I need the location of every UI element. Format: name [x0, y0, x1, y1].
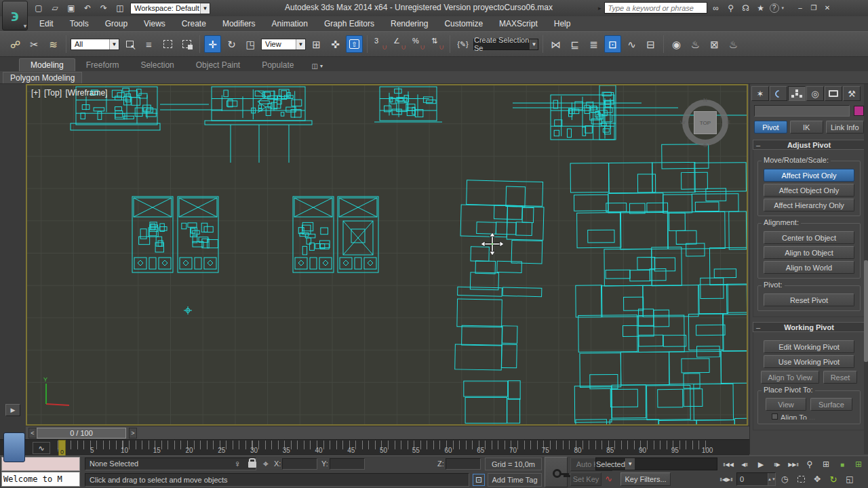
render-production-button[interactable]: ♨ [725, 35, 742, 53]
orbit-button[interactable]: ↻ [826, 472, 841, 486]
goto-start-button[interactable]: ‖◀◀ [721, 458, 736, 471]
menu-item[interactable]: Tools [62, 18, 97, 30]
next-frame-button[interactable]: ‖▶ [770, 458, 785, 471]
ik-mode-button[interactable]: IK [790, 121, 823, 134]
manage-layers-button[interactable]: ≣ [585, 35, 602, 53]
zoom-all-icon[interactable]: ⊞ [818, 458, 833, 471]
maximize-viewport-toggle[interactable]: ◱ [842, 472, 857, 486]
reference-coordinate-combo[interactable]: View ▼ [261, 39, 306, 50]
track-bar[interactable]: ∿ 05101520253035404550556065707580859095… [0, 439, 749, 455]
align-to-view-checkbox-row[interactable]: Align To ... [772, 413, 856, 420]
x-coordinate-field[interactable] [282, 458, 317, 470]
z-coordinate-field[interactable] [446, 458, 481, 470]
affect-hierarchy-only-button[interactable]: Affect Hierarchy Only [764, 199, 854, 211]
affect-pivot-only-button[interactable]: Affect Pivot Only [764, 169, 854, 182]
window-crossing-toggle[interactable] [178, 35, 195, 53]
redo-icon[interactable]: ↷ [98, 3, 110, 14]
link-info-mode-button[interactable]: Link Info [826, 121, 865, 134]
place-pivot-view-button[interactable]: View [766, 398, 806, 411]
menu-item[interactable]: Graph Editors [316, 18, 382, 30]
minimize-button[interactable]: – [795, 3, 806, 13]
communication-center-icon[interactable]: ☊ [740, 3, 752, 14]
select-and-link-button[interactable]: ☍ [7, 35, 24, 53]
sign-in-icon[interactable]: ⚲ [725, 3, 737, 14]
align-to-object-button[interactable]: Align to Object [764, 246, 854, 259]
select-object-button[interactable] [121, 35, 138, 53]
percent-snap-toggle[interactable]: %∩ [410, 35, 427, 53]
place-pivot-surface-button[interactable]: Surface [810, 398, 852, 411]
tab-hierarchy[interactable] [788, 86, 806, 101]
new-file-icon[interactable]: ▢ [33, 3, 45, 14]
schematic-view-button[interactable]: ⊟ [642, 35, 659, 53]
menu-item[interactable]: Rendering [382, 18, 436, 30]
favorites-icon[interactable]: ★ [755, 3, 767, 14]
absolute-offset-mode-icon[interactable]: ⌖ [263, 459, 269, 468]
viewcube[interactable]: N S W E TOP [681, 98, 730, 147]
mini-curve-editor-button[interactable]: ∿ [33, 442, 50, 454]
edit-named-selection-sets-button[interactable]: {✎} [454, 35, 471, 53]
align-to-world-button[interactable]: Align to World [764, 261, 854, 274]
key-mode-toggle[interactable]: ‖◀▶‖ [717, 472, 735, 486]
restore-button[interactable]: ❐ [808, 3, 819, 13]
current-frame-field[interactable]: 0▲▼ [736, 472, 776, 486]
mirror-button[interactable]: ⋈ [547, 35, 564, 53]
align-to-view-button[interactable]: Align To View [761, 371, 819, 384]
ribbon-tab-modeling[interactable]: Modeling [19, 58, 75, 71]
next-frame-arrow[interactable]: > [129, 428, 137, 439]
tab-modify[interactable] [770, 86, 787, 101]
rectangular-selection-region-button[interactable] [159, 35, 176, 53]
menu-item[interactable]: Help [546, 18, 579, 30]
zoom-region-button[interactable] [793, 472, 808, 486]
tab-display[interactable] [825, 86, 842, 101]
ribbon-toggle-button[interactable]: ⊡ [604, 35, 621, 53]
viewport-menu-shading[interactable]: [Wireframe] [65, 88, 107, 98]
adjust-pivot-rollout-header[interactable]: – Adjust Pivot [753, 140, 865, 150]
maxscript-mini-listener[interactable]: Welcome to M [1, 472, 80, 487]
left-panel-arrow-button[interactable]: ▶ [5, 404, 20, 416]
pivot-mode-button[interactable]: Pivot [754, 121, 787, 134]
ribbon-tab-selection[interactable]: Selection [130, 59, 184, 71]
goto-end-button[interactable]: ▶▶‖ [786, 458, 801, 471]
app-menu-button[interactable]: ϶▾ [2, 1, 28, 30]
key-filters-button[interactable]: Key Filters... [620, 472, 671, 486]
play-button[interactable]: ▶ [753, 458, 768, 471]
object-name-field[interactable] [754, 105, 850, 117]
time-slider-handle[interactable]: 0 / 100 [37, 428, 126, 439]
angle-snap-toggle[interactable]: ∠∩ [391, 35, 408, 53]
reset-working-pivot-button[interactable]: Reset [823, 371, 857, 384]
center-to-object-button[interactable]: Center to Object [764, 231, 854, 244]
tab-utilities[interactable]: ⚒ [843, 86, 861, 101]
y-coordinate-field[interactable] [330, 458, 365, 470]
spinner-icon[interactable]: ▲▼ [768, 473, 775, 485]
menu-item[interactable]: MAXScript [491, 18, 546, 30]
spinner-snap-toggle[interactable]: ⇅∩ [429, 35, 446, 53]
ribbon-tab-object-paint[interactable]: Object Paint [185, 59, 251, 71]
bind-to-space-warp-button[interactable]: ≋ [45, 35, 62, 53]
tab-motion[interactable]: ◎ [806, 86, 824, 101]
close-button[interactable]: ✕ [822, 3, 833, 13]
select-and-rotate-button[interactable]: ↻ [223, 35, 240, 53]
viewport-menu-general[interactable]: [+] [31, 88, 41, 98]
set-keys-button[interactable] [545, 457, 568, 487]
search-icon[interactable]: ∞ [710, 3, 722, 14]
viewcube-top-face[interactable]: TOP [694, 111, 717, 134]
search-input[interactable] [604, 2, 707, 14]
selection-filter-combo[interactable]: All ▼ [71, 39, 119, 50]
menu-item[interactable]: Customize [436, 18, 491, 30]
reset-pivot-button[interactable]: Reset Pivot [764, 293, 854, 306]
use-working-pivot-button[interactable]: Use Working Pivot [764, 355, 854, 368]
save-file-icon[interactable]: ▣ [65, 3, 77, 14]
time-configuration-button[interactable]: ◷ [777, 472, 792, 486]
viewport-menu-view[interactable]: [Top] [44, 88, 62, 98]
ribbon-minimize-control[interactable]: ◫▾ [312, 62, 323, 70]
menu-item[interactable]: Views [136, 18, 174, 30]
chevron-down-icon[interactable]: ▾ [782, 5, 785, 11]
undo-icon[interactable]: ↶ [81, 3, 94, 14]
default-tangents-icon[interactable]: ∿ [605, 474, 612, 484]
zoom-icon[interactable]: ⚲ [802, 458, 817, 471]
edit-working-pivot-button[interactable]: Edit Working Pivot [764, 340, 854, 353]
working-pivot-rollout-header[interactable]: – Working Pivot [753, 322, 865, 332]
menu-item[interactable]: Modifiers [214, 18, 264, 30]
open-file-icon[interactable]: ▱ [49, 3, 61, 14]
render-setup-button[interactable]: ♨ [687, 35, 704, 53]
